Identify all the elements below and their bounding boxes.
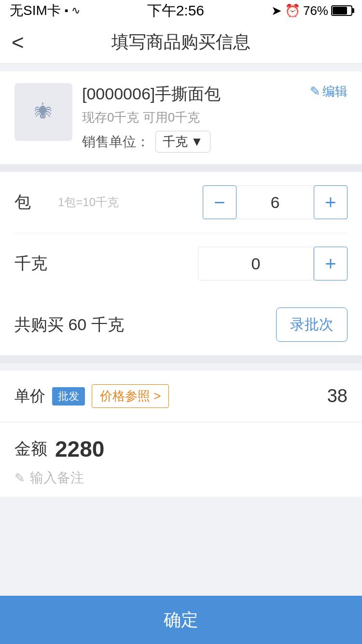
carrier-label: 无SIM卡 xyxy=(10,1,61,20)
remark-placeholder: 输入备注 xyxy=(30,469,84,487)
package-label: 包 xyxy=(14,191,53,213)
total-row: 共购买 60 千克 录批次 xyxy=(0,294,362,355)
amount-value: 2280 xyxy=(55,436,104,462)
pencil-icon: ✎ xyxy=(14,471,25,486)
total-text: 共购买 60 千克 xyxy=(14,314,124,336)
battery-label: 76% xyxy=(303,3,328,18)
chevron-down-icon: ▼ xyxy=(191,134,203,149)
product-stock: 现存0千克 可用0千克 xyxy=(82,109,348,126)
kg-row: 千克 + xyxy=(14,233,348,294)
alarm-icon: ⏰ xyxy=(285,3,300,18)
page-title: 填写商品购买信息 xyxy=(111,30,251,54)
confirm-button[interactable]: 确定 xyxy=(0,596,362,644)
status-left: 无SIM卡 ▪︎ ∿ xyxy=(10,1,80,20)
price-section: 单价 批发 价格参照 > 38 xyxy=(0,371,362,421)
edit-button[interactable]: ✎ 编辑 xyxy=(310,83,348,100)
package-qty-control: − + xyxy=(203,185,348,219)
remark-row[interactable]: ✎ 输入备注 xyxy=(14,469,348,487)
product-unit-row: 销售单位： 千克 ▼ xyxy=(82,131,348,153)
section-divider-2 xyxy=(0,355,362,363)
status-right: ➤ ⏰ 76% xyxy=(271,3,352,18)
kg-qty-input[interactable] xyxy=(198,247,314,280)
wifi-icon: ▪︎ ∿ xyxy=(65,4,80,17)
record-batch-button[interactable]: 录批次 xyxy=(276,308,348,342)
edit-label: 编辑 xyxy=(322,83,348,100)
edit-icon: ✎ xyxy=(310,84,320,99)
unit-value: 千克 xyxy=(163,133,188,150)
product-card: 🕷 [0000006]手撕面包 现存0千克 可用0千克 销售单位： 千克 ▼ ✎… xyxy=(0,71,362,164)
unit-label: 销售单位： xyxy=(82,133,150,151)
package-plus-button[interactable]: + xyxy=(314,185,348,219)
package-qty-input[interactable] xyxy=(237,185,314,219)
package-minus-button[interactable]: − xyxy=(203,185,237,219)
battery-icon xyxy=(331,5,352,16)
price-row: 单价 批发 价格参照 > 38 xyxy=(14,384,348,408)
price-value: 38 xyxy=(327,386,348,406)
product-logo: 🕷 xyxy=(35,102,52,122)
kg-label: 千克 xyxy=(14,252,53,275)
back-button[interactable]: < xyxy=(12,30,24,55)
unit-select[interactable]: 千克 ▼ xyxy=(155,131,210,153)
input-section: 包 1包=10千克 − + 千克 + xyxy=(0,172,362,294)
price-type-tag: 批发 xyxy=(52,387,85,406)
status-time: 下午2:56 xyxy=(147,1,204,21)
amount-section: 金额 2280 ✎ 输入备注 xyxy=(0,422,362,497)
kg-qty-control: + xyxy=(198,247,348,280)
kg-plus-button[interactable]: + xyxy=(314,247,348,280)
location-icon: ➤ xyxy=(271,3,282,18)
product-name: [0000006]手撕面包 xyxy=(82,83,348,105)
amount-label: 金额 xyxy=(14,438,47,460)
product-image: 🕷 xyxy=(14,83,72,141)
package-row: 包 1包=10千克 − + xyxy=(14,172,348,233)
price-label: 单价 xyxy=(14,386,45,407)
status-bar: 无SIM卡 ▪︎ ∿ 下午2:56 ➤ ⏰ 76% xyxy=(0,0,362,21)
price-ref-button[interactable]: 价格参照 > xyxy=(92,384,169,408)
product-info: [0000006]手撕面包 现存0千克 可用0千克 销售单位： 千克 ▼ xyxy=(82,83,348,153)
section-divider-1 xyxy=(0,164,362,172)
amount-row: 金额 2280 xyxy=(14,436,348,462)
nav-bar: < 填写商品购买信息 xyxy=(0,21,362,64)
package-hint: 1包=10千克 xyxy=(58,195,203,210)
